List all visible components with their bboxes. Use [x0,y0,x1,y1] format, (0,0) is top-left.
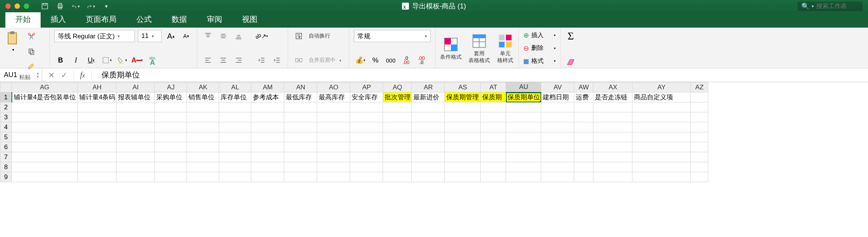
cell[interactable] [412,132,445,142]
cell[interactable] [251,112,284,122]
decrease-indent-button[interactable] [255,54,268,66]
cell[interactable] [12,112,78,122]
cell[interactable] [12,132,78,142]
merge-center-button[interactable] [293,54,305,66]
cell[interactable] [383,142,412,152]
cell[interactable] [506,152,541,162]
column-header[interactable]: AW [574,82,593,92]
cell[interactable] [445,102,481,112]
select-all-corner[interactable] [0,82,12,92]
cell[interactable] [187,162,219,172]
cell[interactable] [593,142,632,152]
cell[interactable]: 保质期 [481,92,506,102]
underline-button[interactable]: U ▾ [85,54,97,66]
cell[interactable] [116,162,155,172]
cell[interactable] [116,142,155,152]
cell[interactable] [350,162,383,172]
cell[interactable] [481,172,506,182]
row-header[interactable]: 4 [0,122,12,132]
cell[interactable]: 销售单位 [187,92,219,102]
number-format-combo[interactable]: 常规▾ [354,30,431,42]
cell[interactable] [593,112,632,122]
tab-page-layout[interactable]: 页面布局 [76,11,126,28]
italic-button[interactable]: I [70,54,82,66]
autosum-button[interactable]: Σ [565,30,576,42]
column-header[interactable]: AT [481,82,506,92]
column-header[interactable]: AQ [383,82,412,92]
cell[interactable] [12,102,78,112]
cell[interactable] [383,122,412,132]
cell[interactable]: 辅计量4是否包装单位 [12,92,78,102]
cut-button[interactable]: ✂️ [25,30,38,42]
cell[interactable] [445,122,481,132]
redo-button[interactable]: ▾ [87,2,95,10]
cell[interactable] [219,152,251,162]
tab-insert[interactable]: 插入 [41,11,76,28]
close-window-button[interactable] [5,3,11,9]
column-header[interactable]: AL [219,82,251,92]
cancel-formula-button[interactable]: ✕ [48,71,55,80]
column-header[interactable]: AG [12,82,78,92]
cell[interactable] [78,122,116,132]
row-header[interactable]: 7 [0,152,12,162]
cell[interactable] [187,132,219,142]
cell[interactable] [445,132,481,142]
cell[interactable] [78,102,116,112]
cell[interactable] [317,142,350,152]
cell[interactable] [593,102,632,112]
cell[interactable] [317,152,350,162]
column-header[interactable]: AK [187,82,219,92]
align-center-button[interactable] [217,54,229,66]
cell[interactable] [541,132,574,142]
cell[interactable] [251,132,284,142]
cell[interactable] [350,102,383,112]
cell[interactable] [284,172,317,182]
column-header[interactable]: AV [541,82,574,92]
cell[interactable] [187,122,219,132]
print-button[interactable] [56,2,64,10]
cell[interactable] [691,132,708,142]
cell[interactable] [187,152,219,162]
row-header[interactable]: 6 [0,142,12,152]
cell[interactable] [383,162,412,172]
cell[interactable] [632,162,691,172]
cell[interactable] [691,152,708,162]
cell[interactable] [574,132,593,142]
cell[interactable] [412,152,445,162]
fill-color-button[interactable]: ▾ [116,54,128,66]
cell[interactable] [251,162,284,172]
cell[interactable] [412,122,445,132]
cell[interactable] [691,112,708,122]
comma-button[interactable]: 000 [385,54,397,66]
cell[interactable] [445,142,481,152]
cell[interactable] [284,122,317,132]
cell[interactable] [219,112,251,122]
font-name-combo[interactable]: 等线 Regular (正文)▾ [54,30,135,42]
align-middle-button[interactable] [217,30,229,42]
column-header[interactable]: AO [317,82,350,92]
bold-button[interactable]: B [54,54,67,66]
cell[interactable]: 保质期管理 [445,92,481,102]
column-header[interactable]: AX [593,82,632,92]
increase-font-button[interactable]: A▴ [165,30,177,42]
cell[interactable] [155,162,187,172]
cell[interactable] [284,142,317,152]
cell[interactable] [251,122,284,132]
cell[interactable] [445,152,481,162]
cell[interactable] [541,102,574,112]
table-format-button[interactable]: 套用 表格格式 [468,33,490,64]
cell[interactable] [219,132,251,142]
cell[interactable] [481,132,506,142]
cell[interactable]: 最新进价 [412,92,445,102]
insert-cells-button[interactable]: ⊕插入▾ [523,30,556,41]
column-header[interactable]: AM [251,82,284,92]
spreadsheet-grid[interactable]: AGAHAIAJAKALAMANAOAPAQARASATAUAVAWAXAYAZ… [0,82,868,182]
cell[interactable] [691,172,708,182]
column-header[interactable]: AP [350,82,383,92]
cell[interactable] [506,102,541,112]
decrease-decimal-button[interactable]: .00.0 [415,54,427,66]
row-header[interactable]: 8 [0,162,12,172]
cell[interactable] [350,142,383,152]
cell[interactable]: 最低库存 [284,92,317,102]
cell[interactable] [12,122,78,132]
